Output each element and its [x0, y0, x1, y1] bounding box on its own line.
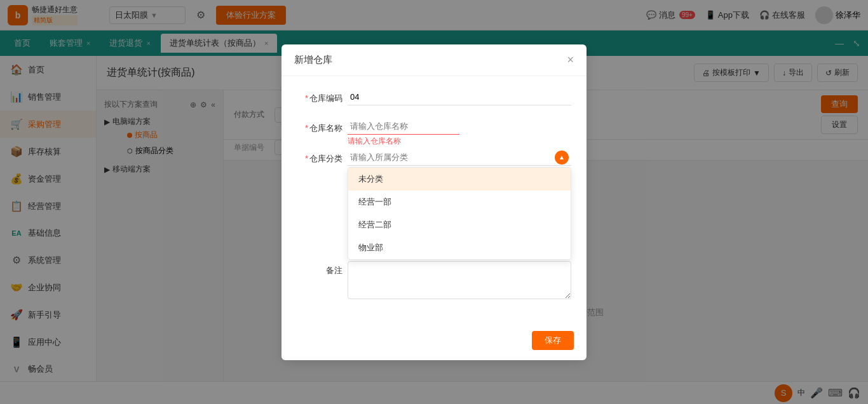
dropdown-item-unclassified[interactable]: 未分类 — [348, 168, 571, 191]
notes-input[interactable] — [348, 261, 571, 299]
modal-overlay[interactable]: 新增仓库 × *仓库编码 *仓库名称 请输入仓 — [0, 0, 868, 404]
name-error-msg: 请输入仓库名称 — [348, 136, 401, 147]
form-row-name-inner: *仓库名称 — [297, 118, 459, 135]
save-button[interactable]: 保存 — [532, 331, 574, 350]
name-input[interactable] — [348, 118, 459, 135]
dialog-footer: 保存 — [281, 325, 587, 360]
form-row-code: *仓库编码 — [297, 89, 571, 105]
new-warehouse-dialog: 新增仓库 × *仓库编码 *仓库名称 请输入仓 — [281, 44, 587, 360]
category-input-wrap: ▲ 未分类 经营一部 经营二部 物业部 — [348, 149, 571, 166]
dropdown-item-dept1[interactable]: 经营一部 — [348, 191, 571, 213]
code-input[interactable] — [348, 89, 571, 105]
name-label: *仓库名称 — [297, 119, 348, 134]
dialog-header: 新增仓库 × — [281, 44, 587, 76]
dropdown-item-dept2[interactable]: 经营二部 — [348, 213, 571, 236]
name-error-area: 请输入仓库名称 — [297, 135, 401, 147]
notes-label: 备注 — [297, 261, 348, 276]
form-row-category: *仓库分类 ▲ 未分类 经营一部 经营二部 物业部 — [297, 149, 571, 166]
code-label: *仓库编码 — [297, 89, 348, 104]
dialog-title: 新增仓库 — [294, 54, 332, 66]
form-row-name: *仓库名称 请输入仓库名称 — [297, 118, 571, 147]
dropdown-item-dept3[interactable]: 物业部 — [348, 236, 571, 259]
category-input[interactable] — [348, 149, 571, 166]
dialog-close-button[interactable]: × — [567, 53, 574, 67]
form-row-notes: 备注 — [297, 261, 571, 299]
dialog-body: *仓库编码 *仓库名称 请输入仓库名称 *仓库分类 — [281, 76, 587, 325]
category-label: *仓库分类 — [297, 149, 348, 165]
category-chevron-icon[interactable]: ▲ — [555, 151, 569, 165]
category-dropdown: 未分类 经营一部 经营二部 物业部 — [348, 167, 571, 260]
